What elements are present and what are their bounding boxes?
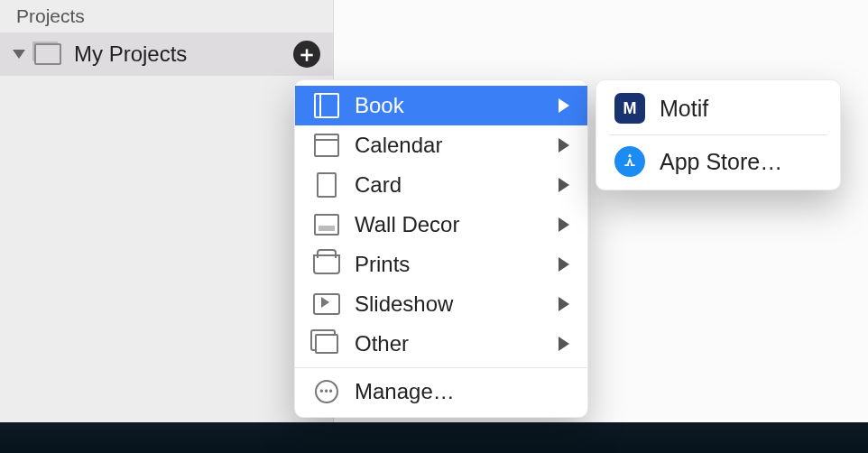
sidebar: Projects My Projects ＋ <box>0 0 334 422</box>
chevron-right-icon <box>559 178 569 192</box>
slideshow-icon <box>313 292 340 316</box>
motif-app-icon: M <box>614 93 645 124</box>
book-icon <box>313 94 340 117</box>
menu-item-label: Wall Decor <box>355 212 559 237</box>
calendar-icon <box>313 134 340 157</box>
new-project-menu: Book Calendar Card Wall Decor Prints Sli… <box>294 79 588 418</box>
submenu-item-label: Motif <box>660 96 708 122</box>
menu-item-card[interactable]: Card <box>295 165 587 205</box>
card-icon <box>313 173 340 197</box>
menu-item-label: Calendar <box>355 133 559 158</box>
dock-background <box>0 422 868 453</box>
menu-item-label: Card <box>355 172 559 198</box>
submenu-item-app-store[interactable]: App Store… <box>596 139 840 184</box>
menu-item-manage[interactable]: ••• Manage… <box>295 372 587 411</box>
menu-item-label: Slideshow <box>355 291 559 317</box>
chevron-right-icon <box>559 257 569 272</box>
submenu-item-label: App Store… <box>660 149 782 175</box>
menu-separator <box>609 134 827 135</box>
chevron-right-icon <box>559 98 569 113</box>
other-icon <box>313 332 340 356</box>
book-submenu: M Motif App Store… <box>596 79 841 190</box>
projects-folder-icon <box>34 43 61 65</box>
app-store-icon <box>614 146 645 177</box>
prints-icon <box>313 253 340 276</box>
menu-item-label: Other <box>355 331 559 356</box>
menu-item-other[interactable]: Other <box>295 324 587 364</box>
manage-icon: ••• <box>313 380 340 403</box>
menu-item-slideshow[interactable]: Slideshow <box>295 284 587 324</box>
submenu-item-motif[interactable]: M Motif <box>596 86 840 131</box>
menu-item-label: Manage… <box>355 379 569 404</box>
menu-item-calendar[interactable]: Calendar <box>295 125 587 165</box>
sidebar-item-label: My Projects <box>74 42 293 67</box>
menu-item-prints[interactable]: Prints <box>295 245 587 284</box>
projects-section-header: Projects <box>0 0 333 32</box>
chevron-right-icon <box>559 297 569 311</box>
add-project-button[interactable]: ＋ <box>293 41 320 68</box>
menu-item-wall-decor[interactable]: Wall Decor <box>295 205 587 245</box>
menu-item-book[interactable]: Book <box>295 86 587 125</box>
wall-decor-icon <box>313 213 340 236</box>
chevron-right-icon <box>559 337 569 351</box>
chevron-right-icon <box>559 217 569 232</box>
chevron-right-icon <box>559 138 569 153</box>
menu-item-label: Book <box>355 93 559 118</box>
menu-item-label: Prints <box>355 252 559 277</box>
disclosure-triangle-icon[interactable] <box>13 50 25 59</box>
menu-separator <box>295 367 587 368</box>
sidebar-item-my-projects[interactable]: My Projects ＋ <box>0 32 333 76</box>
